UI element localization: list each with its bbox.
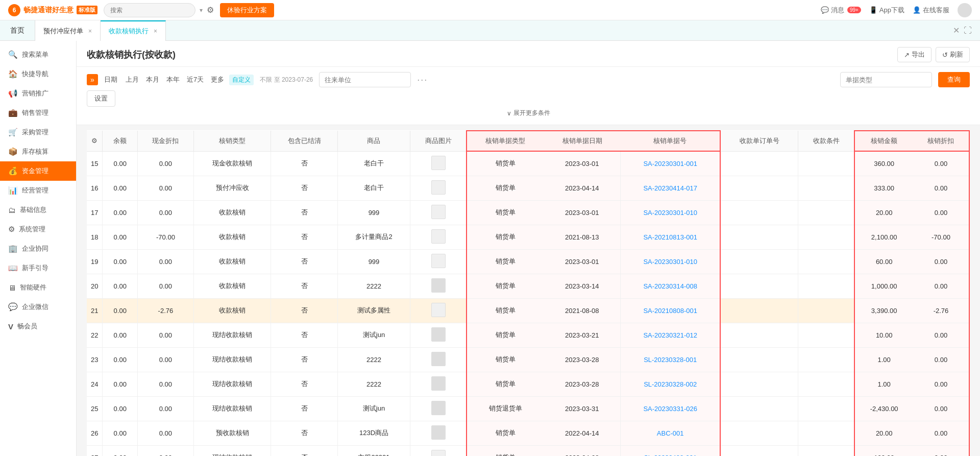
sidebar-label-enterprise: 企业协同: [22, 244, 48, 253]
sidebar-item-finance[interactable]: 💰 资金管理: [0, 161, 76, 181]
refresh-button[interactable]: ↺ 刷新: [936, 47, 970, 62]
cell-verify-bill-no: SA-20230331-026: [620, 396, 720, 421]
solution-button[interactable]: 休验行业方案: [220, 3, 274, 17]
dropdown-arrow-icon[interactable]: ▾: [200, 7, 203, 14]
bill-no-link[interactable]: SA-20230301-001: [643, 160, 697, 167]
bill-no-link[interactable]: SL-20230328-001: [644, 356, 697, 364]
date-btn-this-year[interactable]: 本年: [164, 74, 182, 85]
sidebar-label-purchase: 采购管理: [22, 128, 48, 137]
date-btn-more[interactable]: 更多: [209, 74, 226, 85]
bill-no-link[interactable]: ABC-001: [657, 429, 684, 437]
purchase-icon: 🛒: [8, 128, 18, 137]
date-btn-7days[interactable]: 近7天: [185, 74, 206, 85]
settings-icon[interactable]: ⚙: [207, 5, 214, 15]
cell-verify-bill-no: SA-20230301-001: [620, 151, 720, 176]
online-service-label: 在线客服: [923, 6, 949, 15]
cell-verify-type: 预收款核销: [193, 421, 271, 445]
cell-id: 18: [87, 225, 103, 249]
sidebar-item-guide[interactable]: 📖 新手引导: [0, 258, 76, 278]
brand: 6 畅捷通谱好生意 标准版: [8, 4, 97, 16]
sidebar-item-wechat[interactable]: 💬 企业微信: [0, 297, 76, 317]
bill-no-link[interactable]: SA-20210813-001: [643, 233, 697, 241]
table-row: 19 0.00 0.00 收款核销 否 999 销货单 2023-03-01 S…: [87, 249, 969, 274]
cell-verify-discount: 0.00: [913, 421, 969, 445]
cell-receipt-condition: [798, 200, 855, 225]
cell-verify-bill-type: 销货单: [467, 151, 544, 176]
tab-prepay[interactable]: 预付冲应付单 ×: [35, 20, 101, 41]
tab-verify[interactable]: 收款核销执行 ×: [101, 20, 166, 41]
sidebar-item-sales[interactable]: 💼 销售管理: [0, 103, 76, 123]
goods-image-empty: [431, 254, 446, 268]
app-download-item[interactable]: 📱 App下载: [869, 6, 904, 15]
tab-prepay-close[interactable]: ×: [88, 28, 92, 35]
sidebar-item-member[interactable]: V 畅会员: [0, 317, 76, 336]
cell-verify-type: 收款核销: [193, 225, 271, 249]
phone-icon: 📱: [869, 6, 877, 14]
sidebar-item-purchase[interactable]: 🛒 采购管理: [0, 123, 76, 142]
sidebar-item-marketing[interactable]: 📢 营销推广: [0, 84, 76, 103]
sidebar-item-inventory[interactable]: 📦 库存核算: [0, 142, 76, 161]
user-avatar[interactable]: [958, 3, 972, 17]
sidebar-item-quicknav[interactable]: 🏠 快捷导航: [0, 64, 76, 84]
online-service-item[interactable]: 👤 在线客服: [913, 6, 949, 15]
cell-verify-amount: 1.00: [854, 347, 913, 372]
query-button[interactable]: 查询: [938, 72, 970, 87]
tab-close-all-icon[interactable]: ✕: [953, 26, 960, 35]
bill-no-link[interactable]: SA-20210808-001: [643, 307, 697, 315]
sidebar-label-marketing: 营销推广: [22, 89, 48, 98]
cell-verify-amount: 333.00: [854, 176, 913, 200]
sidebar-item-system[interactable]: ⚙ 系统管理: [0, 220, 76, 239]
tab-verify-close[interactable]: ×: [154, 28, 157, 35]
sidebar-item-operations[interactable]: 📊 经营管理: [0, 181, 76, 200]
table-wrapper[interactable]: ⚙ 余额 现金折扣 核销类型 包含已结清 商品 商品图片 核销单据类型 核销单据…: [77, 125, 980, 456]
bill-no-link[interactable]: SL-20230328-002: [644, 380, 697, 388]
sidebar-item-hardware[interactable]: 🖥 智能硬件: [0, 278, 76, 297]
expand-filter-button[interactable]: »: [87, 74, 98, 85]
th-goods: 商品: [337, 131, 410, 151]
export-button[interactable]: ↗ 导出: [897, 47, 932, 62]
table-settings-button[interactable]: 设置: [87, 90, 115, 107]
cell-cash-discount: 0.00: [137, 347, 193, 372]
date-btn-last-month[interactable]: 上月: [124, 74, 141, 85]
expand-more-btn[interactable]: ∨ 展开更多条件: [87, 107, 970, 119]
bill-no-link[interactable]: SL-20230408-001: [644, 454, 697, 457]
tab-home[interactable]: 首页: [0, 20, 35, 41]
cell-id: 25: [87, 396, 103, 421]
cell-receipt-condition: [798, 421, 855, 445]
th-gear[interactable]: ⚙: [87, 131, 103, 151]
bill-no-link[interactable]: SA-20230321-012: [643, 331, 697, 339]
cell-verify-discount: 0.00: [913, 445, 969, 456]
tab-expand-icon[interactable]: ⛶: [964, 26, 972, 35]
filter-row: » 日期 上月 本月 本年 近7天 更多 自定义 不限 至 2023-07-26…: [87, 72, 970, 87]
bill-no-link[interactable]: SA-20230301-010: [643, 209, 697, 217]
date-btn-this-month[interactable]: 本月: [144, 74, 161, 85]
cell-receipt-order-no: [720, 151, 798, 176]
bill-type-input[interactable]: [840, 72, 932, 87]
cell-verify-amount: 360.00: [854, 151, 913, 176]
th-goods-img: 商品图片: [410, 131, 467, 151]
search-input[interactable]: [104, 3, 195, 17]
message-item[interactable]: 💬 消息 99+: [821, 6, 861, 15]
bill-no-link[interactable]: SA-20230414-017: [643, 184, 697, 192]
sidebar-label-basic: 基础信息: [20, 205, 46, 214]
table-row: 18 0.00 -70.00 收款核销 否 多计量商品2 销货单 2021-08…: [87, 225, 969, 249]
bill-no-link[interactable]: SA-20230314-008: [643, 282, 697, 290]
sidebar-item-search[interactable]: 🔍 搜索菜单: [0, 45, 76, 64]
cell-verify-bill-date: 2023-03-01: [544, 249, 621, 274]
layout: 🔍 搜索菜单 🏠 快捷导航 📢 营销推广 💼 销售管理 🛒 采购管理 📦 库存核…: [0, 41, 980, 456]
goods-image: [431, 352, 446, 366]
counterpart-input[interactable]: [319, 72, 411, 87]
date-custom-btn[interactable]: 自定义: [229, 75, 254, 85]
cell-goods-img: [410, 274, 467, 298]
cell-verify-amount: 3,390.00: [854, 298, 913, 323]
bill-no-link[interactable]: SA-20230301-010: [643, 258, 697, 266]
sidebar-item-basic[interactable]: 🗂 基础信息: [0, 200, 76, 220]
cell-goods-img: [410, 372, 467, 396]
cell-receipt-condition: [798, 372, 855, 396]
sidebar-item-enterprise[interactable]: 🏢 企业协同: [0, 239, 76, 258]
sidebar: 🔍 搜索菜单 🏠 快捷导航 📢 营销推广 💼 销售管理 🛒 采购管理 📦 库存核…: [0, 41, 77, 456]
filter-dots[interactable]: ···: [417, 75, 428, 85]
bill-no-link[interactable]: SA-20230331-026: [643, 405, 697, 413]
cell-verify-bill-date: 2021-08-13: [544, 225, 621, 249]
cell-remainder: 0.00: [103, 298, 138, 323]
